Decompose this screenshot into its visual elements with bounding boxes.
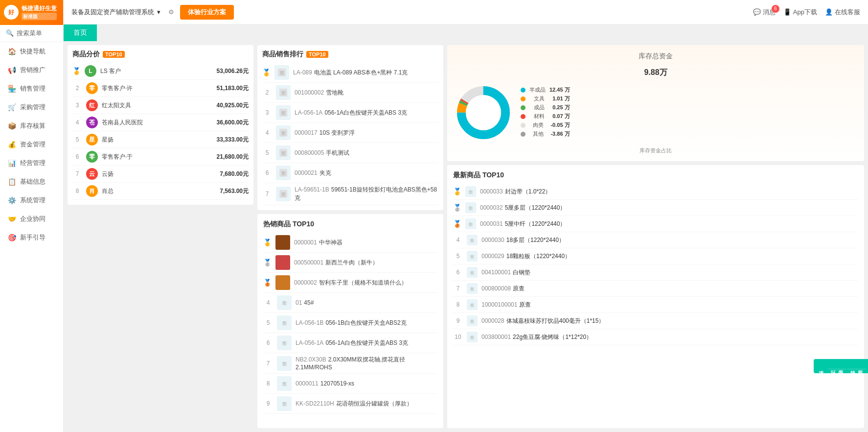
product-rank-item: 2 图 001000002雪地靴	[262, 83, 438, 103]
sidebar-item-system[interactable]: ⚙️ 系统管理	[0, 191, 63, 210]
donut-container: 半成品 12.45 万 文具 1.01 万 成品 0.25 万 材料 0.07 …	[454, 83, 857, 142]
new-product-thumb: 图	[467, 267, 478, 278]
page-content: 首页 商品分价 TOP10 🥇 L LS 客户 53,006.26元 2 零 零…	[64, 24, 868, 432]
header-right: 💬 消息 6 📱 App下载 👤 在线客服	[753, 8, 860, 17]
hot-product-info: 0145#	[296, 299, 437, 306]
hot-product-item: 6 图 LA-056-1A056-1A白色按键开关盖ABS 3克	[263, 333, 437, 353]
sidebar-item-inventory[interactable]: 📦 库存核算	[0, 117, 63, 135]
message-button[interactable]: 💬 消息 6	[753, 8, 776, 17]
medal-icon: 🥉	[263, 279, 272, 287]
hot-product-info: 000500001新西兰牛肉（新牛）	[294, 259, 437, 267]
rank-avatar: 红	[86, 99, 98, 111]
cooperate-icon: 🤝	[7, 215, 16, 223]
medal-icon: 🥇	[263, 239, 272, 246]
customer-rank-panel: 商品分价 TOP10 🥇 L LS 客户 53,006.26元 2 零 零售客户…	[68, 45, 253, 205]
new-product-info: 000003018多层（1220*2440）	[481, 236, 565, 244]
float-live[interactable]: 直播	[816, 363, 827, 369]
product-thumb: 图	[276, 187, 291, 201]
product-thumb: 图	[277, 396, 292, 411]
new-product-item: 7 图 000800008原查	[453, 281, 858, 297]
guide-icon: 🎯	[7, 233, 16, 242]
sidebar-item-purchase[interactable]: 🛒 采购管理	[0, 98, 63, 117]
col-mid: 商品销售排行 TOP10 🥇 图 LA-089电池盖 LA-089 ABS本色+…	[257, 45, 443, 428]
rank-amount: 21,680.00元	[217, 153, 249, 161]
sidebar-item-operation[interactable]: 📊 经营管理	[0, 154, 63, 172]
sidebar-item-finance[interactable]: 💰 资金管理	[0, 135, 63, 154]
rank-item: 4 苍 苍南县人民医院 36,600.00元	[72, 114, 249, 131]
new-product-thumb: 图	[465, 218, 476, 229]
product-info: 0000021夹克	[295, 169, 438, 177]
rank-amount: 53,006.26元	[217, 67, 249, 75]
legend-name: 材料	[529, 113, 548, 120]
legend-item: 肉类 -0.05 万	[521, 121, 570, 129]
logo-icon: 好	[4, 5, 19, 20]
inventory-unit: 万	[660, 68, 667, 76]
svg-text:图: 图	[470, 303, 474, 308]
rank-number: 3	[262, 109, 272, 116]
new-product-info: 0000028体城嘉枝味苏打饮品400毫升（1*15）	[481, 317, 604, 325]
svg-text:图: 图	[282, 402, 287, 407]
system-icon: ⚙️	[7, 196, 16, 205]
sidebar-item-marketing[interactable]: 📢 营销推广	[0, 61, 63, 79]
new-product-item: 6 图 004100001白钢垫	[453, 264, 858, 281]
home-tab[interactable]: 首页	[64, 24, 97, 41]
rank-number: 4	[263, 299, 273, 306]
sidebar: 好 畅捷通好生意 标准版 🔍 搜索菜单 🏠 快捷导航 📢 营销推广 🏪 销售管理…	[0, 0, 64, 432]
legend-value: 0.07 万	[552, 113, 570, 120]
search-menu[interactable]: 🔍 搜索菜单	[0, 25, 63, 42]
product-info: 001000002雪地靴	[295, 89, 438, 97]
medal-icon: 🥉	[453, 220, 461, 228]
inventory-title: 库存总资金	[454, 52, 857, 61]
customer-rank-title: 商品分价 TOP10	[72, 50, 249, 59]
float-customer-service[interactable]: 客服热线	[847, 363, 866, 369]
legend-name: 文具	[529, 95, 548, 102]
legend-value: 0.25 万	[552, 104, 570, 111]
svg-text:图: 图	[282, 361, 287, 366]
system-selector[interactable]: 装备及固定资产辅助管理系统 ▾	[71, 8, 160, 17]
marketing-icon: 📢	[7, 66, 16, 74]
gear-icon[interactable]: ⚙	[168, 8, 174, 16]
hot-product-info: 000001112070519-xs	[296, 380, 437, 387]
rank-number: 8	[453, 301, 463, 308]
legend-name: 成品	[529, 104, 548, 111]
medal-icon: 🥇	[453, 188, 461, 195]
chevron-down-icon: ▾	[157, 8, 160, 16]
rank-item: 7 云 云扬 7,680.00元	[72, 166, 249, 183]
rank-number: 9	[453, 317, 463, 324]
rank-number: 7	[262, 191, 272, 197]
product-rank-item: 3 图 LA-056-1A056-1A白色按键开关盖ABS 3克	[262, 103, 438, 123]
svg-text:图: 图	[469, 190, 473, 194]
trial-button[interactable]: 体验行业方案	[180, 5, 234, 20]
inventory-icon: 📦	[7, 121, 16, 130]
legend-value: -0.05 万	[550, 121, 570, 129]
sidebar-item-sales[interactable]: 🏪 销售管理	[0, 79, 63, 98]
rank-number: 3	[72, 102, 82, 109]
product-thumb: 图	[276, 145, 291, 160]
product-rank-item: 5 图 000800005手机测试	[262, 143, 438, 163]
sidebar-item-cooperate[interactable]: 🤝 企业协同	[0, 210, 63, 228]
medal-icon: 🥇	[72, 67, 81, 75]
medal-icon: 🥇	[262, 69, 271, 76]
rank-number: 9	[263, 400, 273, 407]
rank-amount: 7,563.00元	[220, 187, 249, 195]
top-header: 装备及固定资产辅助管理系统 ▾ ⚙ 体验行业方案 💬 消息 6 📱 App下载 …	[64, 0, 868, 24]
rank-number: 6	[453, 269, 463, 276]
svg-text:图: 图	[469, 206, 473, 211]
sidebar-item-quick[interactable]: 🏠 快捷导航	[0, 42, 63, 61]
app-download-button[interactable]: 📱 App下载	[783, 8, 817, 17]
rank-number: 2	[72, 85, 82, 92]
rank-avatar: 星	[86, 134, 98, 145]
online-service-button[interactable]: 👤 在线客服	[825, 8, 860, 17]
sidebar-item-base[interactable]: 📋 基础信息	[0, 172, 63, 191]
rank-avatar: 零	[86, 151, 98, 163]
rank-avatar: 零	[86, 82, 98, 94]
legend-item: 其他 -3.86 万	[521, 130, 570, 138]
float-community[interactable]: 服务社区	[828, 363, 846, 369]
svg-text:图: 图	[281, 91, 286, 96]
new-product-thumb: 图	[467, 283, 478, 294]
rank-name: 苍南县人民医院	[102, 119, 213, 127]
rank-number: 5	[72, 136, 82, 143]
sidebar-item-guide[interactable]: 🎯 新手引导	[0, 228, 63, 247]
new-product-item: 5 图 000002918颗粒板（1220*2440）	[453, 248, 858, 264]
product-rank-item: 4 图 000001710S 变刹罗浮	[262, 123, 438, 143]
